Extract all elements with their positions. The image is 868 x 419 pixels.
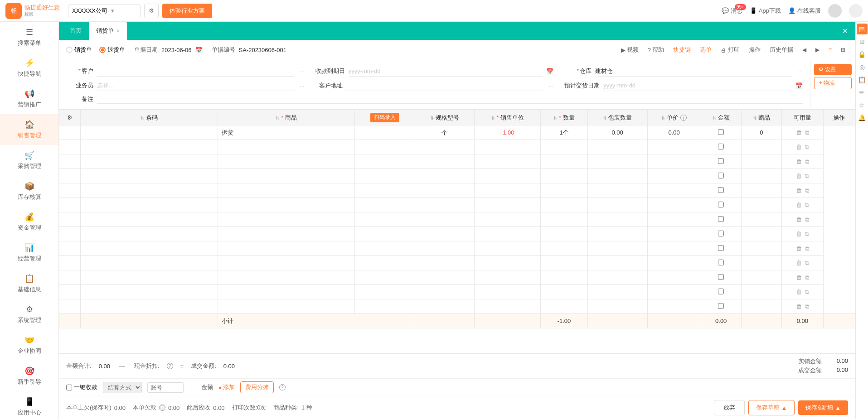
sidebar-item-quick-nav[interactable]: ⚡ 快捷导航 (0, 53, 58, 83)
row-delete-icon-10[interactable]: 🗑 (796, 274, 802, 281)
customer-addr-input[interactable] (346, 80, 543, 91)
warehouse-input[interactable] (595, 66, 792, 77)
row-delete-icon-2[interactable]: 🗑 (796, 158, 802, 165)
nav-next-button[interactable]: ▶ (813, 45, 822, 54)
row-copy-icon-11[interactable]: ⧉ (805, 289, 809, 295)
row-copy-icon-2[interactable]: ⧉ (805, 158, 809, 165)
row-product-1[interactable] (218, 140, 354, 154)
row-product-0[interactable]: 拆货 (218, 125, 354, 140)
unit-price-info-icon[interactable]: i (680, 115, 687, 121)
row-unit-price-6[interactable] (587, 212, 647, 227)
expected-date-input[interactable] (603, 80, 792, 91)
row-unit-price-5[interactable] (587, 198, 647, 212)
row-amount-9[interactable] (647, 256, 701, 270)
salesperson-dots[interactable]: ··· (300, 82, 305, 89)
row-pkg-qty-3[interactable] (541, 169, 587, 183)
row-amount-10[interactable] (647, 270, 701, 285)
row-pkg-qty-1[interactable] (541, 140, 587, 154)
row-unit-7[interactable] (415, 227, 475, 241)
row-amount-6[interactable] (647, 212, 701, 227)
tab-sales-order[interactable]: 销货单 × (89, 22, 127, 40)
row-product-4[interactable] (218, 183, 354, 198)
app-download-button[interactable]: 📱 App下载 (750, 7, 781, 15)
row-unit-0[interactable]: 个 (415, 125, 475, 140)
row-unit-11[interactable] (415, 285, 475, 299)
row-copy-icon-7[interactable]: ⧉ (805, 231, 809, 237)
row-amount-4[interactable] (647, 183, 701, 198)
row-spec-12[interactable] (355, 299, 415, 314)
row-qty-0[interactable]: -1.00 (475, 125, 541, 140)
sidebar-item-apps[interactable]: 📱 应用中心 (0, 391, 58, 419)
row-pkg-qty-8[interactable] (541, 241, 587, 256)
right-panel-btn-4[interactable]: ◎ (857, 62, 868, 72)
row-delete-icon-4[interactable]: 🗑 (796, 187, 802, 194)
row-unit-5[interactable] (415, 198, 475, 212)
warehouse-dots[interactable]: ··· (798, 68, 803, 75)
row-gift-4[interactable] (701, 183, 741, 198)
quick-pay-checkbox[interactable]: 一键收款 (66, 383, 97, 391)
row-unit-price-12[interactable] (587, 299, 647, 314)
account-dots[interactable]: ··· (191, 384, 196, 391)
row-product-12[interactable] (218, 299, 354, 314)
row-gift-5[interactable] (701, 198, 741, 212)
avatar[interactable] (828, 4, 842, 18)
owed2-info-icon[interactable]: ⓘ (159, 405, 165, 411)
expected-date-calendar-icon[interactable]: 📅 (795, 82, 803, 89)
row-qty-5[interactable] (475, 198, 541, 212)
row-copy-icon-8[interactable]: ⧉ (805, 245, 809, 252)
right-panel-btn-7[interactable]: ☆ (857, 100, 868, 111)
sidebar-item-finance[interactable]: 💰 资金管理 (0, 207, 58, 237)
shortcut-button[interactable]: 快捷键 (670, 44, 693, 55)
row-barcode-5[interactable] (81, 198, 218, 212)
row-product-6[interactable] (218, 212, 354, 227)
row-gift-10[interactable] (701, 270, 741, 285)
row-spec-11[interactable] (355, 285, 415, 299)
row-spec-3[interactable] (355, 169, 415, 183)
row-barcode-7[interactable] (81, 227, 218, 241)
row-pkg-qty-6[interactable] (541, 212, 587, 227)
tab-home[interactable]: 首页 (63, 22, 89, 40)
row-qty-6[interactable] (475, 212, 541, 227)
account-input[interactable] (147, 382, 184, 393)
row-qty-2[interactable] (475, 154, 541, 169)
message-button[interactable]: 💬 消息 99+ (722, 7, 742, 15)
row-product-7[interactable] (218, 227, 354, 241)
row-amount-8[interactable] (647, 241, 701, 256)
row-gift-11[interactable] (701, 285, 741, 299)
row-copy-icon-9[interactable]: ⧉ (805, 260, 809, 266)
print-button[interactable]: 🖨 打印 (718, 44, 742, 55)
row-copy-icon-3[interactable]: ⧉ (805, 173, 809, 179)
row-qty-3[interactable] (475, 169, 541, 183)
row-delete-icon-9[interactable]: 🗑 (796, 260, 802, 266)
row-unit-price-10[interactable] (587, 270, 647, 285)
radio-sales[interactable]: 销货单 (66, 46, 92, 54)
sidebar-item-purchase[interactable]: 🛒 采购管理 (0, 145, 58, 176)
row-qty-10[interactable] (475, 270, 541, 285)
operate-button[interactable]: 操作 (746, 44, 763, 55)
row-amount-0[interactable]: 0.00 (647, 125, 701, 140)
row-pkg-qty-10[interactable] (541, 270, 587, 285)
sidebar-item-system[interactable]: ⚙ 系统管理 (0, 299, 58, 330)
row-delete-icon-6[interactable]: 🗑 (796, 216, 802, 223)
row-gift-6[interactable] (701, 212, 741, 227)
row-amount-1[interactable] (647, 140, 701, 154)
row-unit-price-11[interactable] (587, 285, 647, 299)
view-grid-button[interactable]: ⊞ (838, 45, 848, 54)
row-spec-2[interactable] (355, 154, 415, 169)
save-new-button[interactable]: 保存&新增 ▲ (798, 400, 848, 415)
row-unit-2[interactable] (415, 154, 475, 169)
remarks-input[interactable] (97, 95, 803, 104)
radio-return[interactable]: 退货单 (99, 46, 125, 54)
customer-addr-dots[interactable]: ··· (548, 82, 553, 89)
row-qty-11[interactable] (475, 285, 541, 299)
row-pkg-qty-5[interactable] (541, 198, 587, 212)
row-barcode-4[interactable] (81, 183, 218, 198)
video-button[interactable]: ▶ 视频 (618, 44, 641, 55)
settings-button[interactable]: ⚙ 设置 (814, 64, 852, 75)
row-delete-icon-3[interactable]: 🗑 (796, 173, 802, 179)
sidebar-item-operation[interactable]: 📊 经营管理 (0, 237, 58, 268)
row-delete-icon-12[interactable]: 🗑 (796, 303, 802, 310)
payment-due-calendar-icon[interactable]: 📅 (546, 68, 553, 75)
col-scan[interactable]: 扫码录入 (355, 110, 415, 125)
row-pkg-qty-12[interactable] (541, 299, 587, 314)
